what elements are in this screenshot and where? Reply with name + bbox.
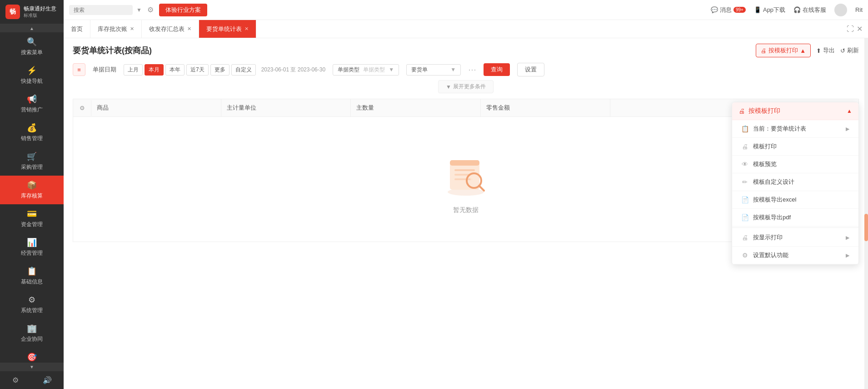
sidebar-item-quick[interactable]: ⚡快捷导航 [0, 61, 64, 90]
sidebar-item-enterprise[interactable]: 🏢企业协同 [0, 319, 64, 348]
goods-filter-label: 要货单 [411, 66, 428, 74]
display-print-icon: 🖨 [741, 234, 748, 241]
template-preview-label: 模板预览 [753, 160, 777, 168]
filter-more-icon[interactable]: ⋯ [468, 65, 476, 75]
dropdown-export-excel[interactable]: 📄 按模板导出excel [732, 191, 858, 209]
tab-home[interactable]: 首页 [64, 20, 90, 38]
tab-receipt-summary[interactable]: 收发存汇总表 ✕ [142, 20, 199, 38]
sidebar-item-newbie[interactable]: 🎯新手引导 [0, 348, 64, 363]
date-btn-this-month[interactable]: 本月 [145, 64, 164, 76]
dropdown-template-preview[interactable]: 👁 模板预览 [732, 156, 858, 173]
scrollbar-thumb[interactable] [864, 214, 868, 241]
tab-inventory-batch[interactable]: 库存批次账 ✕ [90, 20, 142, 38]
topbar-gear-icon[interactable]: ⚙ [147, 5, 154, 14]
export-button[interactable]: ⬆ 导出 [816, 46, 835, 55]
dropdown-template-print[interactable]: 🖨 模板打印 [732, 138, 858, 156]
table-settings-icon[interactable]: ⚙ [80, 105, 85, 111]
online-service-button[interactable]: 🎧 在线客服 [793, 6, 826, 14]
dropdown-set-default[interactable]: ⚙ 设置默认功能 ▶ [732, 247, 858, 264]
sidebar-item-operation[interactable]: 📊经营管理 [0, 233, 64, 262]
print-label: 按模板打印 [768, 46, 798, 55]
search-input[interactable] [69, 5, 133, 15]
sidebar-scroll-down[interactable]: ▼ [0, 363, 64, 371]
sidebar-item-marketing[interactable]: 📢营销推广 [0, 90, 64, 118]
dropdown-header[interactable]: 🖨 按模板打印 ▲ [732, 102, 858, 120]
sidebar: 畅 畅康通好生意 标准版 ▲ 🔍搜索菜单⚡快捷导航📢营销推广💰销售管理🛒采购管理… [0, 0, 64, 389]
set-default-label: 设置默认功能 [753, 251, 788, 259]
empty-illustration [439, 153, 493, 199]
goods-filter-select[interactable]: 要货单 ▼ [406, 64, 461, 76]
message-badge: 99+ [733, 7, 746, 13]
dropdown-display-print[interactable]: 🖨 按显示打印 ▶ [732, 229, 858, 247]
message-button[interactable]: 💬 消息 99+ [711, 6, 746, 14]
sidebar-sales-label: 销售管理 [21, 135, 43, 142]
svg-rect-3 [454, 169, 475, 171]
query-button[interactable]: 查询 [484, 63, 510, 76]
refresh-icon: ↺ [840, 47, 845, 54]
tab-order-stats[interactable]: 要货单统计表 ✕ [199, 20, 256, 38]
logo-icon: 畅 [5, 5, 20, 19]
settings-button[interactable]: 设置 [517, 63, 544, 76]
sidebar-item-search[interactable]: 🔍搜索菜单 [0, 32, 64, 61]
app-logo: 畅 畅康通好生意 标准版 [0, 0, 64, 24]
current-template-label: 当前：要货单统计表 [753, 125, 806, 133]
avatar[interactable] [834, 4, 847, 16]
sidebar-item-sales[interactable]: 💰销售管理 [0, 118, 64, 147]
tab-receipt-summary-close[interactable]: ✕ [187, 26, 191, 32]
export-label: 导出 [823, 46, 835, 55]
sidebar-item-purchase[interactable]: 🛒采购管理 [0, 147, 64, 176]
sidebar-quick-label: 快捷导航 [21, 77, 43, 85]
svg-rect-2 [450, 160, 479, 166]
th-settings[interactable]: ⚙ [73, 100, 91, 116]
sidebar-scroll-up[interactable]: ▲ [0, 24, 64, 32]
sidebar-audio-btn[interactable]: 🔊 [43, 376, 52, 384]
sidebar-item-finance[interactable]: 💳资金管理 [0, 204, 64, 233]
type-filter-select[interactable]: 单据类型 单据类型 ▼ [333, 64, 399, 76]
refresh-button[interactable]: ↺ 刷新 [840, 46, 859, 55]
sidebar-item-basic[interactable]: 📋基础信息 [0, 262, 64, 290]
tab-close-all-icon[interactable]: ✕ [857, 25, 863, 33]
dropdown-header-label: 按模板打印 [748, 107, 780, 115]
dropdown-export-pdf[interactable]: 📄 按模板导出pdf [732, 209, 858, 227]
tab-maximize-icon[interactable]: ⛶ [847, 25, 854, 33]
sidebar-item-inventory[interactable]: 📦库存核算 [0, 176, 64, 204]
goods-filter-chevron-icon: ▼ [450, 66, 456, 73]
date-btn-last-month[interactable]: 上月 [124, 64, 143, 76]
date-btn-7days[interactable]: 近7天 [186, 64, 209, 76]
sidebar-settings-btn[interactable]: ⚙ [12, 376, 19, 384]
print-button[interactable]: 🖨 按模板打印 ▲ [756, 44, 811, 57]
tab-order-stats-close[interactable]: ✕ [244, 26, 249, 32]
sidebar-operation-icon: 📊 [27, 237, 37, 248]
type-filter-chevron-icon: ▼ [389, 66, 394, 73]
expand-more-button[interactable]: ▼ 展开更多条件 [438, 80, 494, 93]
current-template-arrow-icon: ▶ [846, 126, 849, 132]
sidebar-item-system[interactable]: ⚙系统管理 [0, 290, 64, 319]
dropdown-template-design[interactable]: ✏ 模板自定义设计 [732, 173, 858, 191]
sidebar-system-label: 系统管理 [21, 307, 43, 314]
date-btn-more[interactable]: 更多 [210, 64, 229, 76]
export-pdf-label: 按模板导出pdf [753, 213, 791, 222]
current-template-icon: 📋 [741, 125, 748, 132]
tab-inventory-batch-close[interactable]: ✕ [130, 26, 134, 32]
message-icon: 💬 [711, 6, 718, 13]
set-default-icon: ⚙ [741, 252, 748, 259]
date-btn-custom[interactable]: 自定义 [231, 64, 256, 76]
tab-inventory-batch-label: 库存批次账 [98, 25, 127, 33]
tabs-bar: 首页 库存批次账 ✕ 收发存汇总表 ✕ 要货单统计表 ✕ ⛶ ✕ [64, 20, 868, 38]
page-title: 要货单统计表(按商品) [73, 45, 152, 56]
search-chevron-icon[interactable]: ▼ [136, 7, 142, 13]
sidebar-newbie-icon: 🎯 [27, 352, 37, 362]
dropdown-current-template[interactable]: 📋 当前：要货单统计表 ▶ [732, 120, 858, 138]
service-icon: 🎧 [793, 6, 801, 13]
date-btn-this-year[interactable]: 本年 [165, 64, 185, 76]
filter-expand-button[interactable]: ≡ [73, 63, 85, 76]
trial-button[interactable]: 体验行业方案 [159, 4, 207, 16]
username: Rit [855, 6, 863, 13]
dropdown-display-print-left: 🖨 按显示打印 [741, 233, 783, 242]
header-actions: 🖨 按模板打印 ▲ ⬆ 导出 ↺ 刷新 [756, 44, 859, 57]
sidebar-basic-icon: 📋 [27, 266, 37, 276]
app-download-button[interactable]: 📱 App下载 [754, 6, 785, 14]
right-scrollbar[interactable] [864, 38, 868, 389]
print-chevron-icon: ▲ [800, 47, 806, 54]
content-area: 要货单统计表(按商品) 🖨 按模板打印 ▲ ⬆ 导出 ↺ 刷新 [64, 38, 868, 389]
